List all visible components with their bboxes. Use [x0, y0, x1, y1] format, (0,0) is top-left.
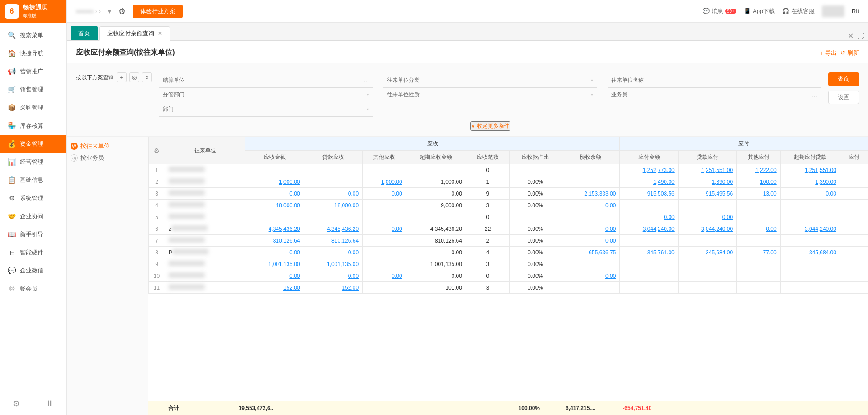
cell-loan-ap-7[interactable]: 345,684.00: [678, 247, 736, 258]
cell-ap-amount-4[interactable]: 0.00: [620, 211, 678, 223]
cell-other-ap-0[interactable]: 1,222.00: [737, 164, 781, 176]
sidebar-item-11[interactable]: 📖 新手引导: [0, 225, 66, 243]
subnav-salesperson[interactable]: ◷ 按业务员: [67, 152, 148, 164]
col-gear[interactable]: ⚙: [149, 137, 165, 164]
cell-ar-amount-8[interactable]: 1,001,135.00: [245, 258, 304, 270]
cell-ar-amount-3[interactable]: 18,000.00: [245, 200, 304, 211]
sidebar-item-7[interactable]: 📊 经营管理: [0, 153, 66, 171]
sidebar-item-10[interactable]: 🤝 企业协同: [0, 207, 66, 225]
cell-ap-amount-1[interactable]: 1,490.00: [620, 176, 678, 188]
cell-loan-ar-5[interactable]: 4,345,436.20: [304, 223, 362, 235]
messages-btn[interactable]: 💬 消息 99+: [703, 7, 736, 15]
cell-loan-ar-7[interactable]: 0.00: [304, 247, 362, 258]
cell-ar-amount-2[interactable]: 0.00: [245, 188, 304, 200]
sidebar-item-6[interactable]: 💰 资金管理: [0, 135, 66, 153]
sidebar-item-4[interactable]: 📦 采购管理: [0, 99, 66, 117]
export-btn[interactable]: ↑ 导出: [821, 49, 837, 57]
cell-other-ar-1[interactable]: 1,000.00: [363, 176, 406, 188]
cell-loan-ap-1[interactable]: 1,390.00: [678, 176, 736, 188]
cell-overdue-ap-1[interactable]: 1,390.00: [780, 176, 840, 188]
cell-ar-amount-10[interactable]: 152.00: [245, 282, 304, 294]
refresh-btn[interactable]: ↺ 刷新: [840, 49, 859, 57]
cell-ap-amount-7[interactable]: 345,761.00: [620, 247, 678, 258]
sidebar-item-14[interactable]: ♾ 畅会员: [0, 280, 66, 298]
cell-other-ar-9[interactable]: 0.00: [363, 270, 406, 282]
subnav-partner[interactable]: W 按往来单位: [67, 140, 148, 152]
settings-btn[interactable]: 设置: [828, 91, 859, 104]
cell-ap-amount-0[interactable]: 1,252,773.00: [620, 164, 678, 176]
sidebar-item-8[interactable]: 📋 基础信息: [0, 171, 66, 189]
tab-expand-icon[interactable]: ⛶: [857, 32, 864, 40]
filter-lwdwmc-input[interactable]: [652, 77, 817, 84]
cell-ar-amount-5[interactable]: 4,345,436.20: [245, 223, 304, 235]
cell-overdue-ap-7[interactable]: 345,684.00: [780, 247, 840, 258]
cell-overdue-ap-0[interactable]: 1,251,551.00: [780, 164, 840, 176]
filter-jsdw-input[interactable]: [203, 77, 362, 84]
table-gear-icon[interactable]: ⚙: [154, 147, 160, 154]
filter-ywy-input[interactable]: [652, 92, 810, 98]
sidebar-item-1[interactable]: 🏠 快捷导航: [0, 44, 66, 62]
cell-ap-amount-2[interactable]: 915,508.56: [620, 188, 678, 200]
cell-overdue-ap-2[interactable]: 0.00: [780, 188, 840, 200]
tab-close-all-icon[interactable]: ✕: [848, 32, 854, 40]
cell-loan-ar-10[interactable]: 152.00: [304, 282, 362, 294]
sidebar-item-5[interactable]: 🏪 库存核算: [0, 117, 66, 135]
filter-collapse-left-icon[interactable]: «: [142, 72, 152, 82]
sidebar-item-0[interactable]: 🔍 搜索菜单: [0, 26, 66, 44]
collapse-btn[interactable]: ∧ 收起更多条件: [470, 121, 510, 131]
table-wrapper[interactable]: ⚙ 往来单位 应收 应付 应收金额 贷款应收 其他应收: [148, 137, 868, 401]
cell-other-ap-1[interactable]: 100.00: [737, 176, 781, 188]
sidebar-item-13[interactable]: 💬 企业微信: [0, 262, 66, 280]
filter-lwdwxz-input[interactable]: [428, 92, 589, 98]
sidebar-settings-btn[interactable]: ⚙: [9, 397, 24, 410]
cell-loan-ap-5[interactable]: 3,044,240.00: [678, 223, 736, 235]
query-btn[interactable]: 查询: [828, 72, 859, 86]
cell-other-ap-2[interactable]: 13.00: [737, 188, 781, 200]
cell-loan-ar-6[interactable]: 810,126.64: [304, 235, 362, 247]
filter-lwdwfl-input[interactable]: [428, 77, 589, 84]
filter-fgbm-arrow[interactable]: ▾: [367, 92, 369, 97]
solution-btn[interactable]: 体验行业方案: [133, 5, 183, 18]
filter-fgbm-input[interactable]: [203, 92, 365, 98]
cell-loan-ar-2[interactable]: 0.00: [304, 188, 362, 200]
cell-prepay-9[interactable]: 0.00: [561, 270, 619, 282]
tab-home[interactable]: 首页: [71, 26, 98, 40]
cell-prepay-3[interactable]: 0.00: [561, 200, 619, 211]
online-service-btn[interactable]: 🎧 在线客服: [782, 7, 815, 15]
cell-ar-amount-7[interactable]: 0.00: [245, 247, 304, 258]
sidebar-item-9[interactable]: ⚙ 系统管理: [0, 189, 66, 207]
filter-jsdw-dots[interactable]: …: [363, 77, 369, 84]
cell-ar-amount-9[interactable]: 0.00: [245, 270, 304, 282]
cell-loan-ar-3[interactable]: 18,000.00: [304, 200, 362, 211]
filter-bm-arrow[interactable]: ▾: [367, 107, 369, 112]
cell-prepay-2[interactable]: 2,153,333.00: [561, 188, 619, 200]
tab-ar-ap-close[interactable]: ✕: [158, 30, 162, 37]
cell-loan-ap-2[interactable]: 915,495.56: [678, 188, 736, 200]
sidebar-item-12[interactable]: 🖥 智能硬件: [0, 243, 66, 262]
cell-loan-ap-4[interactable]: 0.00: [678, 211, 736, 223]
filter-add-icon[interactable]: ＋: [117, 72, 127, 82]
top-dropdown-arrow[interactable]: ▾: [108, 8, 111, 15]
cell-prepay-7[interactable]: 655,636.75: [561, 247, 619, 258]
filter-lwdwxz-arrow[interactable]: ▾: [591, 92, 593, 97]
cell-ap-amount-5[interactable]: 3,044,240.00: [620, 223, 678, 235]
cell-ar-amount-1[interactable]: 1,000.00: [245, 176, 304, 188]
cell-other-ar-5[interactable]: 0.00: [363, 223, 406, 235]
filter-bm-input[interactable]: [203, 106, 365, 113]
filter-ywy-dots[interactable]: …: [812, 92, 817, 98]
cell-overdue-ap-5[interactable]: 3,044,240.00: [780, 223, 840, 235]
sidebar-collapse-btn[interactable]: ⏸: [42, 397, 57, 410]
cell-loan-ap-0[interactable]: 1,251,551.00: [678, 164, 736, 176]
cell-prepay-5[interactable]: 0.00: [561, 223, 619, 235]
cell-other-ap-5[interactable]: 0.00: [737, 223, 781, 235]
top-gear-icon[interactable]: ⚙: [118, 6, 126, 16]
tab-ar-ap[interactable]: 应收应付余额查询 ✕: [99, 26, 170, 41]
cell-ar-amount-6[interactable]: 810,126.64: [245, 235, 304, 247]
filter-edit-icon[interactable]: ◎: [129, 72, 139, 82]
cell-loan-ar-8[interactable]: 1,001,135.00: [304, 258, 362, 270]
cell-other-ar-2[interactable]: 0.00: [363, 188, 406, 200]
app-download-btn[interactable]: 📱 App下载: [744, 7, 775, 15]
sidebar-item-3[interactable]: 🛒 销售管理: [0, 81, 66, 99]
cell-loan-ar-9[interactable]: 0.00: [304, 270, 362, 282]
filter-lwdwfl-arrow[interactable]: ▾: [591, 78, 593, 83]
